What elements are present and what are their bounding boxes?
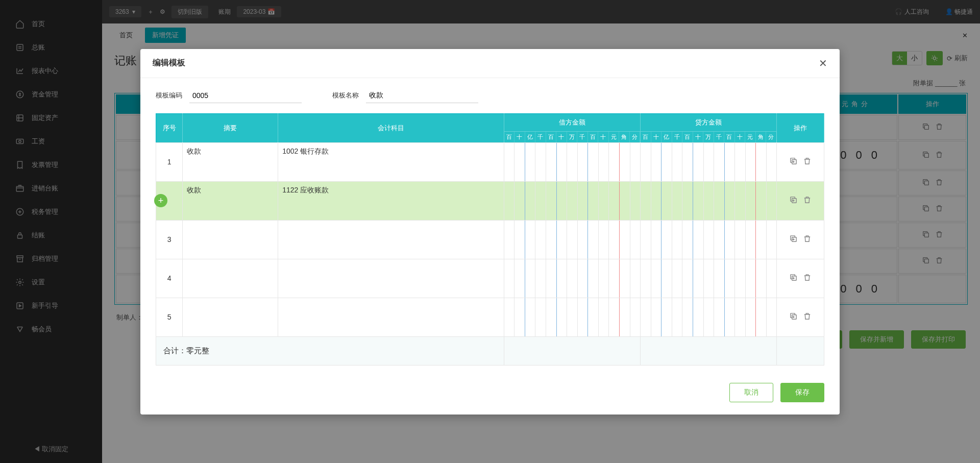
subject-header: 会计科目 [278,113,504,142]
delete-row-icon[interactable] [803,196,812,206]
credit-cell[interactable] [641,298,777,336]
credit-cell[interactable] [641,181,777,220]
template-code-label: 模板编码 [156,91,182,100]
delete-row-icon[interactable] [803,312,812,322]
credit-cell[interactable] [641,259,777,298]
edit-template-modal: 编辑模板 ✕ 模板编码 模板名称 序号 摘要 会计科目 借方金额百十亿千百十万千… [140,49,840,415]
idx-header: 序号 [156,113,183,142]
template-form: 模板编码 模板名称 [156,88,824,103]
subject-cell[interactable] [278,259,504,298]
table-row[interactable]: 1收款1002 银行存款 [156,142,824,181]
template-code-input[interactable] [189,88,302,103]
table-row[interactable]: +收款1122 应收账款 [156,181,824,220]
credit-cell[interactable] [641,220,777,259]
debit-cell[interactable] [504,259,640,298]
modal-footer: 取消 保存 [140,376,840,415]
template-name-input[interactable] [366,88,478,103]
cancel-button[interactable]: 取消 [729,383,773,402]
table-row[interactable]: 4 [156,259,824,298]
row-index: + [156,181,183,220]
row-ops [777,220,824,259]
subject-cell[interactable]: 1002 银行存款 [278,142,504,181]
row-index: 4 [156,259,183,298]
units-row-credit: 百十亿千百十万千百十元角分 [641,132,776,142]
debit-cell[interactable] [504,220,640,259]
row-ops [777,298,824,336]
units-row-debit: 百十亿千百十万千百十元角分 [504,132,640,142]
row-ops [777,259,824,298]
copy-row-icon[interactable] [789,234,798,245]
add-row-icon[interactable]: + [154,194,167,207]
save-button[interactable]: 保存 [780,383,824,402]
summary-cell[interactable] [183,259,278,298]
ops-header: 操作 [777,113,824,142]
copy-row-icon[interactable] [789,196,798,206]
template-name-label: 模板名称 [332,91,359,100]
summary-header: 摘要 [183,113,278,142]
row-ops [777,181,824,220]
summary-cell[interactable]: 收款 [183,142,278,181]
delete-row-icon[interactable] [803,273,812,283]
subject-cell[interactable] [278,298,504,336]
row-index: 5 [156,298,183,336]
total-cell: 合计：零元整 [156,336,504,365]
summary-cell[interactable]: 收款 [183,181,278,220]
modal-title: 编辑模板 [153,58,185,68]
table-row[interactable]: 5 [156,298,824,336]
template-table: 序号 摘要 会计科目 借方金额百十亿千百十万千百十元角分 贷方金额百十亿千百十万… [156,113,824,365]
copy-row-icon[interactable] [789,273,798,283]
subject-cell[interactable] [278,220,504,259]
row-index: 1 [156,142,183,181]
subject-cell[interactable]: 1122 应收账款 [278,181,504,220]
table-row[interactable]: 3 [156,220,824,259]
debit-cell[interactable] [504,181,640,220]
credit-header: 贷方金额 [641,114,776,132]
close-icon[interactable]: ✕ [819,57,827,69]
debit-header: 借方金额 [504,114,640,132]
debit-cell[interactable] [504,298,640,336]
summary-cell[interactable] [183,220,278,259]
summary-cell[interactable] [183,298,278,336]
delete-row-icon[interactable] [803,234,812,245]
copy-row-icon[interactable] [789,312,798,322]
debit-cell[interactable] [504,142,640,181]
row-ops [777,142,824,181]
delete-row-icon[interactable] [803,157,812,167]
row-index: 3 [156,220,183,259]
credit-cell[interactable] [641,142,777,181]
copy-row-icon[interactable] [789,157,798,167]
